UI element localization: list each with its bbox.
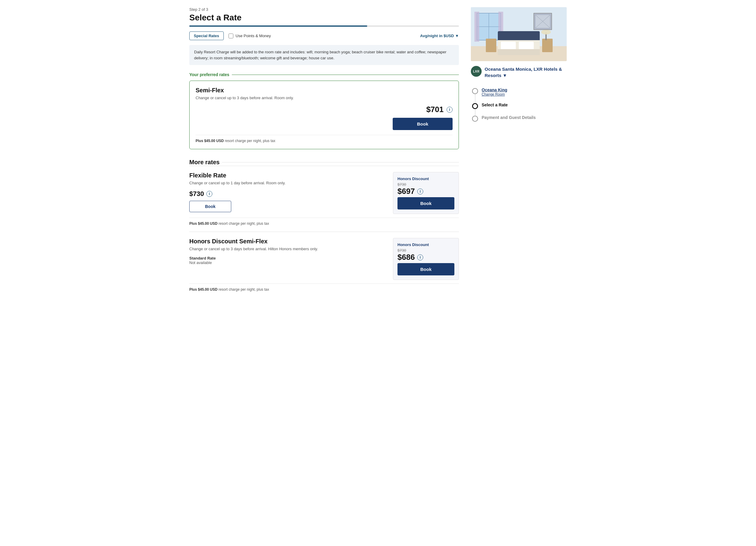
step-title-rate: Select a Rate bbox=[482, 102, 508, 107]
honors-semi-flex-honors-col: Honors Discount $730 $686 i Book bbox=[393, 238, 459, 280]
hotel-logo: LXR bbox=[471, 66, 482, 77]
flexible-rate-left: Flexible Rate Change or cancel up to 1 d… bbox=[189, 172, 387, 212]
preferred-rates-heading: Your preferred rates bbox=[189, 72, 459, 77]
step-item-room: Oceana King Change Room bbox=[472, 84, 567, 99]
hotel-name-arrow: ▼ bbox=[503, 73, 507, 78]
flexible-honors-book-button[interactable]: Book bbox=[397, 197, 454, 209]
flexible-honors-price-row: $697 i bbox=[397, 187, 454, 196]
honors-semi-flex-inner: Honors Discount Semi-Flex Change or canc… bbox=[189, 238, 459, 280]
hotel-name[interactable]: Oceana Santa Monica, LXR Hotels & Resort… bbox=[485, 66, 567, 78]
step-label: Step 2 of 3 bbox=[189, 7, 459, 12]
honors-semi-flex-title: Honors Discount Semi-Flex bbox=[189, 238, 387, 245]
more-rates-heading: More rates bbox=[189, 159, 459, 166]
page-title: Select a Rate bbox=[189, 13, 459, 22]
flexible-rate-desc: Change or cancel up to 1 day before arri… bbox=[189, 181, 387, 185]
flexible-honors-strikethrough: $730 bbox=[397, 182, 454, 187]
step-circle-payment bbox=[472, 116, 478, 122]
honors-semi-flex-row: Honors Discount Semi-Flex Change or canc… bbox=[189, 232, 459, 298]
sidebar: LXR Oceana Santa Monica, LXR Hotels & Re… bbox=[471, 7, 567, 298]
semi-flex-price-row: $701 i bbox=[196, 105, 453, 114]
step-title-payment: Payment and Guest Details bbox=[482, 115, 536, 120]
flexible-standard-book-button[interactable]: Book bbox=[189, 201, 231, 212]
points-checkbox[interactable] bbox=[229, 34, 233, 38]
flexible-honors-col: Honors Discount $730 $697 i Book bbox=[393, 172, 459, 214]
step-info-rate: Select a Rate bbox=[482, 102, 508, 107]
hotel-image bbox=[471, 7, 567, 61]
honors-semi-flex-footer-text: resort charge per night, plus tax bbox=[218, 288, 269, 292]
special-rates-button[interactable]: Special Rates bbox=[189, 31, 224, 40]
hotel-image-inner bbox=[471, 7, 567, 61]
flexible-honors-label: Honors Discount bbox=[397, 176, 454, 181]
svg-rect-13 bbox=[542, 39, 553, 52]
flexible-rate-inner: Flexible Rate Change or cancel up to 1 d… bbox=[189, 172, 459, 214]
step-circle-rate bbox=[472, 103, 478, 109]
flexible-standard-info-icon[interactable]: i bbox=[206, 191, 212, 197]
honors-semi-flex-info-icon[interactable]: i bbox=[417, 254, 423, 260]
step-item-rate: Select a Rate bbox=[472, 99, 567, 112]
main-content: Step 2 of 3 Select a Rate Special Rates … bbox=[189, 7, 459, 298]
svg-point-15 bbox=[541, 30, 551, 34]
flexible-rate-row: Flexible Rate Change or cancel up to 1 d… bbox=[189, 166, 459, 232]
step-title-room[interactable]: Oceana King bbox=[482, 87, 507, 92]
semi-flex-book-button[interactable]: Book bbox=[393, 118, 453, 130]
preferred-rate-card: Semi-Flex Change or cancel up to 3 days … bbox=[189, 81, 459, 149]
honors-semi-flex-price-row: $686 i bbox=[397, 252, 454, 262]
flexible-honors-price: $697 bbox=[397, 187, 415, 196]
semi-flex-footer: Plus $45.00 USD resort charge per night,… bbox=[196, 135, 453, 143]
honors-semi-flex-footer: Plus $45.00 USD resort charge per night,… bbox=[189, 284, 459, 292]
step-info-payment: Payment and Guest Details bbox=[482, 115, 536, 120]
semi-flex-info-icon[interactable]: i bbox=[447, 107, 453, 113]
hotel-info: LXR Oceana Santa Monica, LXR Hotels & Re… bbox=[471, 66, 567, 78]
semi-flex-footer-bold: Plus $45.00 USD bbox=[196, 139, 224, 143]
honors-semi-flex-price: $686 bbox=[397, 252, 415, 262]
honors-semi-flex-book-button[interactable]: Book bbox=[397, 263, 454, 276]
progress-bar-fill bbox=[189, 25, 367, 27]
step-subtitle-room: Change Room bbox=[482, 92, 507, 96]
flexible-footer-text: resort charge per night, plus tax bbox=[218, 221, 269, 226]
honors-semi-flex-honors-label: Honors Discount bbox=[397, 242, 454, 247]
room-illustration bbox=[471, 7, 567, 61]
flexible-footer-bold: Plus $45.00 USD bbox=[189, 221, 217, 226]
toolbar-left: Special Rates Use Points & Money bbox=[189, 31, 271, 40]
info-banner: Daily Resort Charge will be added to the… bbox=[189, 45, 459, 65]
avg-night: Avg/night in $USD ▼ bbox=[420, 34, 459, 38]
progress-bar-container bbox=[189, 25, 459, 27]
steps-list: Oceana King Change Room Select a Rate Pa… bbox=[471, 84, 567, 125]
honors-semi-flex-left: Honors Discount Semi-Flex Change or canc… bbox=[189, 238, 387, 265]
currency-label[interactable]: $USD bbox=[444, 34, 454, 38]
more-rates-header: More rates bbox=[189, 159, 459, 166]
toolbar: Special Rates Use Points & Money Avg/nig… bbox=[189, 31, 459, 40]
points-toggle[interactable]: Use Points & Money bbox=[229, 34, 271, 38]
flexible-rate-title: Flexible Rate bbox=[189, 172, 387, 179]
honors-semi-flex-footer-bold: Plus $45.00 USD bbox=[189, 288, 217, 292]
honors-semi-flex-strikethrough: $730 bbox=[397, 248, 454, 252]
info-banner-text: Daily Resort Charge will be added to the… bbox=[194, 50, 446, 60]
flexible-standard-price: $730 bbox=[189, 190, 204, 198]
step-item-payment: Payment and Guest Details bbox=[472, 112, 567, 125]
honors-semi-flex-standard-label: Standard Rate bbox=[189, 256, 387, 260]
flexible-honors-info-icon[interactable]: i bbox=[417, 188, 423, 194]
honors-semi-flex-desc: Change or cancel up to 3 days before arr… bbox=[189, 246, 387, 251]
honors-semi-flex-not-available: Not available bbox=[189, 260, 387, 265]
semi-flex-desc: Change or cancel up to 3 days before arr… bbox=[196, 96, 453, 100]
points-label: Use Points & Money bbox=[236, 34, 271, 38]
svg-rect-12 bbox=[498, 49, 540, 55]
svg-rect-10 bbox=[501, 42, 516, 50]
step-info-room: Oceana King Change Room bbox=[482, 87, 507, 96]
semi-flex-price: $701 bbox=[426, 105, 444, 114]
flexible-footer: Plus $45.00 USD resort charge per night,… bbox=[189, 217, 459, 226]
svg-rect-11 bbox=[519, 42, 534, 50]
step-circle-room bbox=[472, 88, 478, 94]
svg-rect-16 bbox=[486, 39, 496, 52]
semi-flex-footer-text: resort charge per night, plus tax bbox=[225, 139, 275, 143]
svg-rect-6 bbox=[474, 12, 479, 42]
semi-flex-title: Semi-Flex bbox=[196, 87, 453, 94]
